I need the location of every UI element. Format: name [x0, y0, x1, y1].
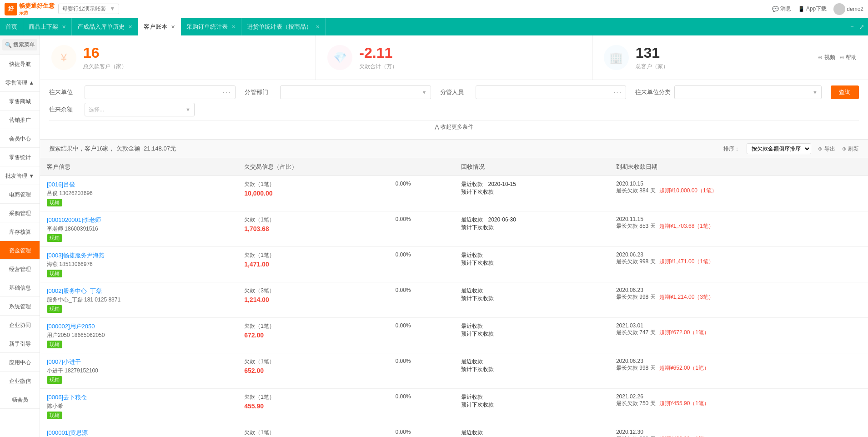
view-btn[interactable]: ⊙ 视频 — [818, 54, 835, 61]
total-debt-num: -2.11 — [359, 45, 397, 61]
overdue-link-3[interactable]: 超期¥1,214.00（3笔） — [659, 294, 714, 300]
table-body: [0016]吕俊 吕俊 13026203696 现销 欠款（1笔） 10,000… — [40, 176, 868, 437]
col-collection: 回收情况 — [454, 158, 609, 176]
sidebar-item-wholesale-mgmt[interactable]: 批发管理 ▼ — [0, 166, 40, 185]
tab-purchase-order-stats[interactable]: 采购订单统计表 ✕ — [181, 18, 241, 35]
collection-cell-1: 最近收款 2020-06-30 预计下次收款 — [454, 211, 609, 247]
close-tab-product-listing[interactable]: ✕ — [62, 24, 66, 30]
overdue-link-6[interactable]: 超期¥455.90（1笔） — [659, 400, 709, 407]
customer-name-5[interactable]: [0007]小进干 — [47, 358, 231, 366]
customer-name-6[interactable]: [0006]去下粮仓 — [47, 393, 231, 402]
customer-name-4[interactable]: [000002]用户2050 — [47, 322, 231, 331]
store-selector[interactable]: 母婴行业演示账套 ▼ — [58, 4, 119, 14]
tab-purchase-stats-product[interactable]: 进货单统计表（按商品） ✕ — [241, 18, 326, 35]
dept-input[interactable]: ▼ — [280, 85, 431, 99]
app-download-btn[interactable]: 📱 App下载 — [798, 5, 827, 13]
percent-cell-4: 0.00% — [388, 318, 454, 353]
overdue-days-6: 最长欠款 750 天 — [616, 400, 656, 407]
close-tab-purchase-stats-product[interactable]: ✕ — [316, 24, 320, 30]
user-avatar[interactable]: demo2 — [833, 3, 863, 15]
debt-customers-info: 16 总欠款客户（家） — [83, 45, 127, 70]
close-tab-customer-account[interactable]: ✕ — [171, 24, 175, 30]
tab-minimize[interactable]: － — [849, 23, 855, 31]
debt-cell-7: 欠款（1笔） 429.00 — [237, 424, 388, 437]
sidebar-item-app-center[interactable]: 应用中心 — [0, 353, 40, 372]
tab-product-listing[interactable]: 商品上下架 ✕ — [23, 18, 72, 35]
sidebar-quick-nav[interactable]: 快捷导航 — [0, 55, 40, 73]
sidebar-item-retail-mgmt[interactable]: 零售管理 ▲ — [0, 73, 40, 92]
sidebar-item-ecommerce[interactable]: 电商管理 — [0, 185, 40, 204]
due-cell-2: 2020.06.23 最长欠款 998 天 超期¥1,471.00（1笔） — [609, 247, 868, 282]
debt-count-5: 欠款（1笔） — [244, 358, 381, 366]
due-cell-3: 2020.06.23 最长欠款 998 天 超期¥1,214.00（3笔） — [609, 282, 868, 318]
overdue-link-0[interactable]: 超期¥10,000.00（1笔） — [659, 187, 717, 194]
tab-maximize[interactable]: ⤢ — [859, 23, 864, 30]
close-tab-inventory-history[interactable]: ✕ — [128, 24, 132, 30]
person-input[interactable]: ··· — [476, 85, 627, 99]
collection-cell-7: 最近收款 预计下次收款 — [454, 424, 609, 437]
source-unit-input[interactable]: ··· — [85, 85, 236, 99]
close-tab-purchase-order-stats[interactable]: ✕ — [231, 24, 236, 30]
sidebar-item-purchase[interactable]: 采购管理 — [0, 204, 40, 222]
summary-card-debt-customers: ¥ 16 总欠款客户（家） — [40, 35, 316, 80]
percent-3: 0.00% — [395, 287, 411, 293]
overdue-link-2[interactable]: 超期¥1,471.00（1笔） — [659, 258, 714, 265]
help-btn[interactable]: ⊙ 帮助 — [840, 54, 857, 61]
sidebar-item-operations[interactable]: 经营管理 — [0, 260, 40, 278]
status-badge-5: 现销 — [47, 376, 62, 384]
customer-name-3[interactable]: [0002]服务中心_丁磊 — [47, 287, 231, 295]
customer-name-1[interactable]: [0001020001]李老师 — [47, 216, 231, 224]
refresh-btn[interactable]: ⊙ 刷新 — [842, 145, 859, 153]
sidebar-item-retail-stats[interactable]: 零售统计 — [0, 148, 40, 166]
debt-count-3: 欠款（3笔） — [244, 287, 381, 295]
tab-customer-account[interactable]: 客户账本 ✕ — [138, 18, 181, 35]
debt-count-6: 欠款（1笔） — [244, 393, 381, 401]
message-btn[interactable]: 💬 消息 — [772, 5, 791, 13]
search-menu-btn[interactable]: 🔍 搜索菜单 — [2, 39, 37, 50]
summary-card-total-debt: 💎 -2.11 欠款合计（万） — [316, 35, 592, 80]
collapse-filters-btn[interactable]: ⋀ 收起更多条件 — [49, 120, 859, 134]
overdue-link-4[interactable]: 超期¥672.00（1笔） — [659, 329, 709, 336]
status-badge-2: 现销 — [47, 270, 62, 277]
export-btn[interactable]: ⊙ 导出 — [818, 145, 835, 153]
sidebar-item-system[interactable]: 系统管理 — [0, 297, 40, 316]
table-row: [0016]吕俊 吕俊 13026203696 现销 欠款（1笔） 10,000… — [40, 176, 868, 211]
customer-name-7[interactable]: [000001]黄思源 — [47, 429, 231, 437]
debt-count-2: 欠款（1笔） — [244, 251, 381, 259]
sidebar-item-chang-member[interactable]: 畅会员 — [0, 390, 40, 409]
sidebar: 🔍 搜索菜单 快捷导航 零售管理 ▲ 零售商城 营销推广 会员中心 零售统计 批… — [0, 35, 40, 437]
sidebar-item-enterprise-wechat[interactable]: 企业微信 — [0, 372, 40, 390]
status-badge-3: 现销 — [47, 305, 62, 313]
tab-inventory-history[interactable]: 产成品入库单历史 ✕ — [72, 18, 138, 35]
sidebar-search-area: 🔍 搜索菜单 — [0, 35, 40, 55]
sidebar-item-enterprise-collab[interactable]: 企业协同 — [0, 316, 40, 334]
overdue-link-5[interactable]: 超期¥652.00（1笔） — [659, 365, 709, 371]
sidebar-item-retail-mall[interactable]: 零售商城 — [0, 92, 40, 111]
balance-input[interactable]: 选择... ▼ — [85, 103, 195, 116]
debt-cell-1: 欠款（1笔） 1,703.68 — [237, 211, 388, 247]
sidebar-item-finance[interactable]: 资金管理 — [0, 241, 40, 260]
tab-nav-right: － ⤢ — [849, 23, 868, 31]
next-collect-2: 预计下次收款 — [461, 259, 602, 267]
table-row: [0002]服务中心_丁磊 服务中心_丁磊 181 0125 8371 现销 欠… — [40, 282, 868, 318]
sidebar-item-marketing[interactable]: 营销推广 — [0, 111, 40, 129]
dept-field: 分管部门 ▼ — [245, 85, 431, 99]
top-bar-left: 好 畅捷通好生意 示范 母婴行业演示账套 ▼ — [5, 2, 119, 16]
customer-name-2[interactable]: [0003]畅捷服务尹海燕 — [47, 251, 231, 260]
customer-name-0[interactable]: [0016]吕俊 — [47, 181, 231, 189]
debt-amount-5: 652.00 — [244, 367, 381, 374]
sidebar-item-inventory[interactable]: 库存核算 — [0, 222, 40, 241]
customer-cell-2: [0003]畅捷服务尹海燕 海燕 18513066976 现销 — [40, 247, 237, 282]
tab-home[interactable]: 首页 — [0, 18, 23, 35]
sort-select[interactable]: 按欠款金额倒序排序 — [747, 143, 811, 154]
overdue-link-1[interactable]: 超期¥1,703.68（1笔） — [659, 223, 714, 229]
total-debt-label: 欠款合计（万） — [359, 63, 397, 70]
sidebar-item-newbie-guide[interactable]: 新手引导 — [0, 334, 40, 353]
sidebar-item-member[interactable]: 会员中心 — [0, 129, 40, 148]
unit-class-input[interactable]: ▼ — [674, 85, 822, 99]
search-button[interactable]: 查询 — [831, 85, 859, 99]
unit-class-field: 往来单位分类 ▼ — [635, 85, 822, 99]
col-due-date: 到期未收款日期 — [609, 158, 868, 176]
sidebar-item-basic-info[interactable]: 基础信息 — [0, 278, 40, 297]
debt-count-0: 欠款（1笔） — [244, 181, 381, 188]
